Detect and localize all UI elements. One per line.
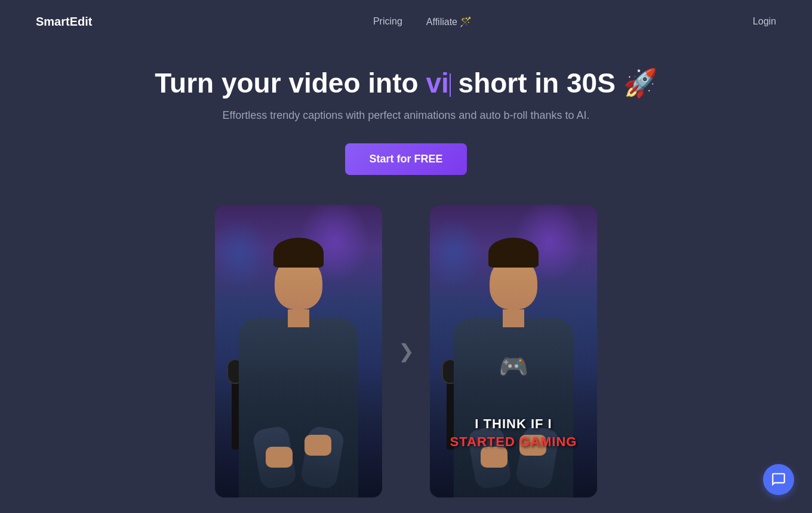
torso-right (454, 318, 573, 497)
person-shape-left (221, 223, 376, 497)
cta-bold: FREE (414, 153, 443, 165)
hero-section: Turn your video into vi short in 30S 🚀 E… (0, 43, 812, 205)
cta-button[interactable]: Start for FREE (345, 143, 466, 175)
hair-right (488, 238, 539, 268)
hand-left-right (481, 447, 508, 468)
nav-login[interactable]: Login (753, 16, 776, 27)
video-card-before (215, 205, 382, 497)
logo[interactable]: SmartEdit (36, 15, 92, 29)
hero-title: Turn your video into vi short in 30S 🚀 (12, 67, 800, 100)
neck-left (288, 309, 309, 327)
chat-icon (771, 472, 786, 487)
video-after-bg: 🎮 I THINK IF I STARTED GAMING (430, 205, 597, 497)
nav-link-affiliate[interactable]: Affiliate 🪄 (426, 16, 472, 27)
hand-right-left (304, 435, 331, 456)
chat-button[interactable] (763, 464, 794, 495)
nav-links: Pricing Affiliate 🪄 (373, 16, 472, 27)
neck-right (503, 309, 524, 327)
arrow-divider: ❯ (382, 340, 430, 363)
hair-left (273, 238, 324, 268)
hero-title-after: short in 30S 🚀 (451, 67, 657, 99)
video-card-after: 🎮 I THINK IF I STARTED GAMING (430, 205, 597, 497)
hero-title-before: Turn your video into (155, 67, 426, 99)
caption-line2: STARTED GAMING (436, 434, 591, 450)
gaming-icon: 🎮 (499, 352, 528, 380)
caption-line1: I THINK IF I (436, 416, 591, 432)
hand-left-left (266, 447, 293, 468)
caption-overlay: I THINK IF I STARTED GAMING (430, 416, 597, 450)
nav-link-pricing[interactable]: Pricing (373, 16, 402, 27)
navbar: SmartEdit Pricing Affiliate 🪄 Login (0, 0, 812, 43)
hero-title-highlight: vi (426, 67, 450, 99)
video-comparison: ❯ 🎮 I THINK IF I STA (0, 205, 812, 497)
hero-subtitle: Effortless trendy captions with perfect … (12, 109, 800, 122)
video-before-bg (215, 205, 382, 497)
torso-left (239, 318, 358, 497)
chevron-right-icon: ❯ (398, 340, 414, 363)
cta-prefix: Start for (369, 153, 414, 165)
